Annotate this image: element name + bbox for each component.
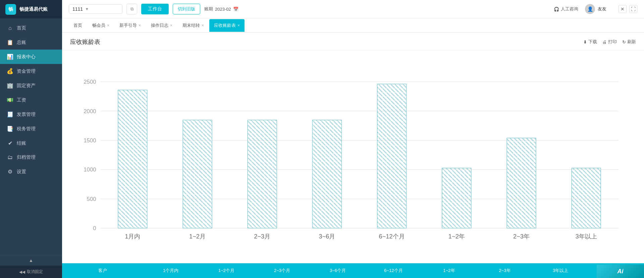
svg-text:500: 500 — [87, 196, 96, 202]
th-cell-3: 2~3个月 — [254, 268, 310, 274]
th-cell-5: 6~12个月 — [366, 268, 421, 274]
content-area: 应收账龄表 ⬇ 下载 🖨 打印 ↻ 刷新 0500100015 — [62, 32, 644, 278]
tab-新手引导[interactable]: 新手引导× — [115, 19, 146, 32]
print-label: 打印 — [608, 39, 617, 45]
logo-icon: 畅 — [5, 4, 16, 15]
sidebar-item-总账[interactable]: 📋 总账 — [0, 35, 62, 50]
nav-icon-总账: 📋 — [7, 39, 13, 46]
svg-text:0: 0 — [93, 225, 96, 231]
tab-close-3[interactable]: × — [170, 23, 172, 27]
tab-首页[interactable]: 首页 — [69, 19, 87, 32]
download-icon: ⬇ — [583, 40, 587, 45]
sidebar-item-首页[interactable]: ⌂ 首页 — [0, 21, 62, 35]
topbar-right: 🎧 人工咨询 👤 友友 ✕ ⛶ — [554, 4, 637, 14]
table-header-row: 客户1个月内1~2个月2~3个月3~6个月6~12个月1~2年2~3年3年以上合… — [62, 263, 644, 278]
tab-close-2[interactable]: × — [139, 23, 141, 27]
sidebar-logo: 畅 畅捷通易代账 — [0, 0, 62, 18]
tab-期末结转[interactable]: 期末结转× — [178, 19, 209, 32]
topbar: 1111 ▼ ⧉ 工作台 切到旧版 账期 2023-02 📅 🎧 人工咨询 👤 … — [62, 0, 644, 18]
username: 友友 — [598, 6, 606, 12]
chart-wrapper: 050010001500200025001月内1~2月2~3月3~6月6~12个… — [72, 57, 634, 257]
tab-label-3: 操作日志 — [151, 22, 168, 28]
sidebar: 畅 畅捷通易代账 ⌂ 首页📋 总账📊 报表中心💰 资金管理🏢 固定资产💵 工资🧾… — [0, 0, 62, 278]
ai-badge[interactable]: Ai — [597, 265, 644, 278]
th-cell-7: 2~3年 — [477, 268, 533, 274]
refresh-button[interactable]: ↻ 刷新 — [622, 39, 636, 45]
tab-close-4[interactable]: × — [202, 23, 204, 27]
tab-label-1: 畅会员 — [92, 22, 105, 28]
maximize-icon: ⛶ — [631, 6, 636, 12]
tab-label-5: 应收账龄表 — [214, 22, 236, 28]
tab-bar: 首页畅会员×新手引导×操作日志×期末结转×应收账龄表× — [62, 18, 644, 32]
tab-畅会员[interactable]: 畅会员× — [88, 19, 114, 32]
period-value: 2023-02 — [215, 7, 231, 12]
chart-container: 050010001500200025001月内1~2月2~3月3~6月6~12个… — [62, 50, 644, 263]
sidebar-item-发票管理[interactable]: 🧾 发票管理 — [0, 107, 62, 122]
sidebar-item-归档管理[interactable]: 🗂 归档管理 — [0, 150, 62, 164]
sidebar-item-设置[interactable]: ⚙ 设置 — [0, 164, 62, 179]
tab-操作日志[interactable]: 操作日志× — [146, 19, 177, 32]
headset-icon: 🎧 — [554, 7, 559, 12]
header-actions: ⬇ 下载 🖨 打印 ↻ 刷新 — [583, 39, 636, 45]
th-cell-4: 3~6个月 — [310, 268, 366, 274]
bar-chart: 050010001500200025001月内1~2月2~3月3~6月6~12个… — [72, 57, 634, 257]
sidebar-item-资金管理[interactable]: 💰 资金管理 — [0, 64, 62, 78]
nav-icon-发票管理: 🧾 — [7, 111, 13, 118]
logo-text: 畅捷通易代账 — [19, 6, 48, 12]
nav-label-设置: 设置 — [17, 169, 26, 175]
th-cell-8: 3年以上 — [533, 268, 588, 274]
user-info[interactable]: 👤 友友 — [585, 4, 606, 14]
calendar-icon[interactable]: 📅 — [233, 7, 238, 12]
bar-label-6: 2~3年 — [513, 233, 530, 240]
sidebar-item-报表中心[interactable]: 📊 报表中心 — [0, 50, 62, 64]
support-label: 人工咨询 — [561, 6, 578, 12]
svg-text:1500: 1500 — [84, 137, 96, 144]
nav-label-首页: 首页 — [17, 25, 26, 31]
company-name: 1111 — [72, 6, 83, 12]
bar-label-5: 1~2年 — [448, 233, 465, 240]
close-window-button[interactable]: ✕ — [619, 5, 627, 13]
bar-5 — [442, 168, 471, 228]
sidebar-item-结账[interactable]: ✔ 结账 — [0, 136, 62, 150]
tab-label-4: 期末结转 — [182, 22, 200, 28]
bar-label-1: 1~2月 — [189, 233, 206, 240]
workbench-button[interactable]: 工作台 — [141, 4, 169, 14]
company-select[interactable]: 1111 ▼ — [69, 4, 122, 14]
support-button[interactable]: 🎧 人工咨询 — [554, 6, 578, 12]
avatar-icon: 👤 — [587, 6, 593, 12]
scroll-up-btn[interactable]: ▲ — [0, 255, 62, 266]
bar-0 — [118, 90, 147, 228]
copy-icon: ⧉ — [130, 6, 133, 12]
nav-label-总账: 总账 — [17, 40, 26, 46]
nav-label-发票管理: 发票管理 — [17, 112, 36, 118]
download-label: 下载 — [588, 39, 597, 45]
refresh-icon: ↻ — [622, 40, 626, 45]
nav-icon-设置: ⚙ — [7, 168, 13, 175]
sidebar-item-工资[interactable]: 💵 工资 — [0, 93, 62, 107]
svg-text:2000: 2000 — [84, 108, 96, 115]
nav-icon-报表中心: 📊 — [7, 54, 13, 60]
tab-label-2: 新手引导 — [119, 22, 137, 28]
bar-3 — [312, 120, 341, 228]
print-button[interactable]: 🖨 打印 — [602, 39, 617, 45]
tab-应收账龄表[interactable]: 应收账龄表× — [209, 19, 245, 32]
sidebar-nav: ⌂ 首页📋 总账📊 报表中心💰 资金管理🏢 固定资产💵 工资🧾 发票管理📑 税务… — [0, 18, 62, 255]
tab-close-5[interactable]: × — [237, 23, 240, 27]
nav-icon-结账: ✔ — [7, 140, 13, 146]
maximize-window-button[interactable]: ⛶ — [629, 5, 637, 13]
print-icon: 🖨 — [602, 40, 607, 45]
copy-button[interactable]: ⧉ — [126, 4, 137, 14]
cancel-fixed-btn[interactable]: ◀◀ 取消固定 — [0, 266, 62, 278]
sidebar-item-税务管理[interactable]: 📑 税务管理 — [0, 122, 62, 136]
nav-icon-资金管理: 💰 — [7, 68, 13, 74]
switch-version-button[interactable]: 切到旧版 — [173, 4, 200, 14]
bar-label-7: 3年以上 — [576, 233, 597, 240]
bar-label-4: 6~12个月 — [379, 233, 405, 240]
cancel-fixed-label: 取消固定 — [27, 269, 43, 275]
nav-icon-工资: 💵 — [7, 97, 13, 103]
refresh-label: 刷新 — [627, 39, 636, 45]
sidebar-item-固定资产[interactable]: 🏢 固定资产 — [0, 78, 62, 93]
download-button[interactable]: ⬇ 下载 — [583, 39, 597, 45]
tab-close-1[interactable]: × — [107, 23, 109, 27]
nav-label-固定资产: 固定资产 — [17, 83, 36, 89]
